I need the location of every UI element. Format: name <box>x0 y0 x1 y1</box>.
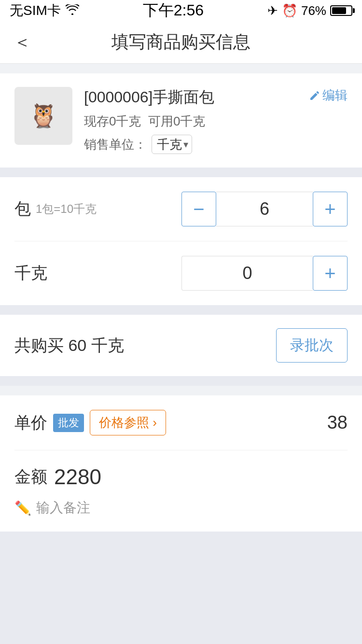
note-row[interactable]: ✏️ 输入备注 <box>14 489 348 532</box>
price-ref-button[interactable]: 价格参照 › <box>90 410 166 435</box>
summary-text: 共购买 60 千克 <box>14 335 124 357</box>
battery-icon <box>330 5 352 16</box>
pack-row: 包 1包=10千克 − + <box>14 177 348 241</box>
price-row: 单价 批发 价格参照 › 38 <box>14 410 348 450</box>
battery-percent: 76% <box>301 3 326 18</box>
status-bar: 无SIM卡 下午2:56 ✈ ⏰ 76% <box>0 0 362 21</box>
kg-input[interactable] <box>181 256 313 291</box>
price-label: 单价 批发 价格参照 › <box>14 410 166 435</box>
pack-plus-button[interactable]: + <box>313 192 348 226</box>
amount-section: 金额 2280 ✏️ 输入备注 <box>0 450 362 532</box>
section-divider-1 <box>0 168 362 177</box>
kg-row: 千克 + <box>14 241 348 305</box>
kg-plus-button[interactable]: + <box>313 256 348 291</box>
summary-amount: 60 <box>68 336 86 354</box>
product-stock: 现存0千克 可用0千克 <box>84 113 348 130</box>
unit-select[interactable]: 千克 <box>152 135 192 154</box>
kg-label: 千克 <box>14 262 47 284</box>
pack-minus-button[interactable]: − <box>181 192 216 226</box>
product-card: 🦉 [0000006]手撕面包 编辑 现存0千克 可用0千克 销售单 <box>0 73 362 168</box>
section-divider-2 <box>0 305 362 315</box>
page-title: 填写商品购买信息 <box>111 30 251 54</box>
amount-row: 金额 2280 <box>14 465 348 489</box>
product-logo: 🦉 <box>29 102 58 129</box>
pack-hint: 1包=10千克 <box>36 201 97 217</box>
product-name: [0000006]手撕面包 <box>84 87 214 108</box>
pack-controls: − + <box>181 192 348 226</box>
price-section: 单价 批发 价格参照 › 38 <box>0 395 362 450</box>
status-bar-time: 下午2:56 <box>143 0 204 21</box>
section-divider-3 <box>0 376 362 386</box>
amount-value: 2280 <box>54 465 101 489</box>
price-type-tag: 批发 <box>53 414 84 432</box>
pack-label: 包 1包=10千克 <box>14 198 97 220</box>
product-info: [0000006]手撕面包 编辑 现存0千克 可用0千克 销售单位： <box>84 87 348 154</box>
wifi-icon <box>66 3 79 18</box>
pack-input[interactable] <box>216 192 313 226</box>
amount-label: 金额 <box>14 466 47 488</box>
edit-button[interactable]: 编辑 <box>309 87 348 104</box>
unit-select-wrapper[interactable]: 千克 <box>152 135 192 154</box>
product-unit-row: 销售单位： 千克 <box>84 135 348 154</box>
empty-space <box>0 532 362 644</box>
product-image: 🦉 <box>14 87 72 145</box>
carrier-label: 无SIM卡 <box>10 1 61 20</box>
alarm-icon: ⏰ <box>282 3 297 18</box>
pencil-icon: ✏️ <box>14 500 31 516</box>
price-value: 38 <box>327 412 348 433</box>
quantity-section: 包 1包=10千克 − + 千克 + <box>0 177 362 305</box>
edit-label: 编辑 <box>322 87 348 104</box>
kg-controls: + <box>181 256 348 291</box>
note-label[interactable]: 输入备注 <box>36 499 90 517</box>
nav-bar: ＜ 填写商品购买信息 <box>0 21 362 64</box>
summary-section: 共购买 60 千克 录批次 <box>0 315 362 376</box>
back-button[interactable]: ＜ <box>14 30 31 54</box>
unit-label: 销售单位： <box>84 136 147 153</box>
record-batch-button[interactable]: 录批次 <box>276 328 348 363</box>
location-icon: ✈ <box>267 3 278 18</box>
